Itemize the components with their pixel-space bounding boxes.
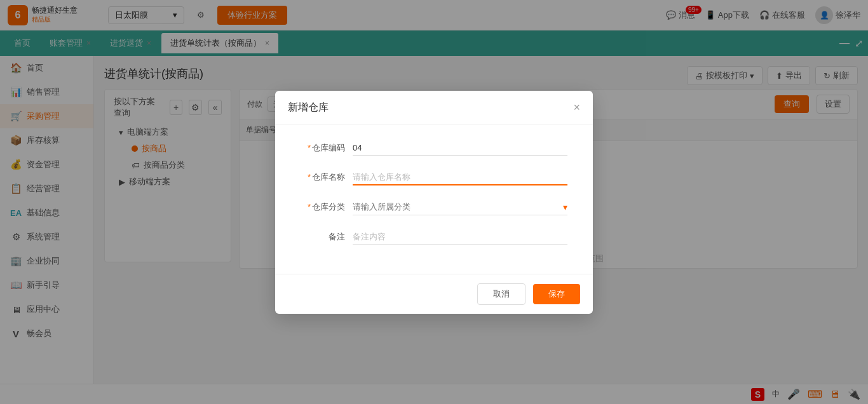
form-row-code: *仓库编码 [301,140,567,156]
modal-title: 新增仓库 [288,101,329,114]
modal-close-button[interactable]: × [573,101,580,114]
remark-label: 备注 [301,231,345,243]
warehouse-remark-input[interactable] [353,229,567,245]
warehouse-name-input[interactable] [353,170,567,185]
form-row-category: *仓库分类 ▾ [301,199,567,215]
warehouse-category-input[interactable] [353,202,563,212]
new-warehouse-modal: 新增仓库 × *仓库编码 *仓库名称 *仓库分类 [275,91,593,314]
form-row-remark: 备注 [301,229,567,245]
warehouse-code-input[interactable] [353,140,567,156]
modal-header: 新增仓库 × [275,91,593,125]
category-label: *仓库分类 [301,201,345,213]
chevron-down-icon: ▾ [563,202,567,212]
form-row-name: *仓库名称 [301,170,567,185]
name-label: *仓库名称 [301,172,345,183]
category-select-wrap[interactable]: ▾ [353,199,567,215]
code-label: *仓库编码 [301,142,345,154]
modal-body: *仓库编码 *仓库名称 *仓库分类 ▾ [275,125,593,274]
cancel-button[interactable]: 取消 [477,283,526,305]
modal-overlay: 新增仓库 × *仓库编码 *仓库名称 *仓库分类 [0,0,868,404]
save-button[interactable]: 保存 [533,284,580,304]
modal-footer: 取消 保存 [275,274,593,314]
